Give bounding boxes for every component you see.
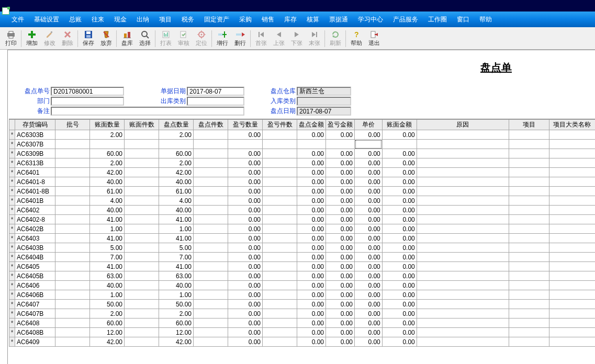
cell-chk_qty[interactable]: 60.00 <box>159 149 194 158</box>
menu-item-10[interactable]: 销售 <box>257 13 278 26</box>
cell-pl_amt[interactable]: 0.00 <box>326 290 355 300</box>
cell-chk_pcs[interactable] <box>194 290 228 300</box>
cell-price[interactable]: 0.00 <box>355 215 383 224</box>
menu-item-3[interactable]: 往来 <box>87 13 108 26</box>
cell-pl_qty[interactable]: 0.00 <box>228 243 263 253</box>
cell-pl_amt_in[interactable]: 0.00 <box>297 187 326 196</box>
cell-pl_pcs[interactable] <box>263 328 297 337</box>
cell-pl_amt[interactable]: 0.00 <box>326 234 355 243</box>
cell-chk_pcs[interactable] <box>194 158 228 168</box>
cell-pclass[interactable] <box>549 187 595 196</box>
table-row[interactable]: *AC6313B2.002.000.000.000.000.000.00 <box>9 158 596 168</box>
cell-pl_qty[interactable] <box>228 140 263 149</box>
cell-batch[interactable] <box>55 281 90 290</box>
input-doc-no[interactable] <box>51 87 124 96</box>
cell-batch[interactable] <box>55 318 90 328</box>
cell-project[interactable] <box>509 318 549 328</box>
cell-book_amt[interactable]: 0.00 <box>382 253 417 262</box>
cell-chk_qty[interactable]: 40.00 <box>159 177 194 187</box>
cell-pl_amt[interactable]: 0.00 <box>326 262 355 271</box>
tool-delrow[interactable]: 删行 <box>231 29 249 48</box>
cell-book_amt[interactable]: 0.00 <box>382 224 417 234</box>
cell-book_qty[interactable]: 60.00 <box>90 149 125 158</box>
cell-book_amt[interactable]: 0.00 <box>382 309 417 318</box>
cell-batch[interactable] <box>55 262 90 271</box>
cell-row[interactable]: * <box>9 158 15 168</box>
cell-batch[interactable] <box>55 140 90 149</box>
menu-item-1[interactable]: 基础设置 <box>30 13 63 26</box>
menu-item-9[interactable]: 采购 <box>235 13 256 26</box>
cell-pl_amt_in[interactable]: 0.00 <box>297 149 326 158</box>
cell-price[interactable]: 0.00 <box>355 253 383 262</box>
col-header-book_pcs[interactable]: 账面件数 <box>125 120 159 130</box>
menu-item-13[interactable]: 票据通 <box>325 13 352 26</box>
cell-code[interactable]: AC6402-8 <box>15 215 55 224</box>
cell-chk_qty[interactable]: 12.00 <box>159 328 194 337</box>
cell-book_qty[interactable]: 4.00 <box>90 196 125 206</box>
table-row[interactable]: *AC6402B1.001.000.000.000.000.000.00 <box>9 224 596 234</box>
table-row[interactable]: *AC6401-8B61.0061.000.000.000.000.000.00 <box>9 187 596 196</box>
cell-pl_qty[interactable]: 0.00 <box>228 215 263 224</box>
col-header-pl_pcs[interactable]: 盈亏件数 <box>263 120 297 130</box>
cell-book_qty[interactable] <box>90 140 125 149</box>
cell-chk_pcs[interactable] <box>194 318 228 328</box>
table-row[interactable]: *AC6309B60.0060.000.000.000.000.000.00 <box>9 149 596 158</box>
table-row[interactable]: *AC6303B2.002.000.000.000.000.000.00 <box>9 130 596 140</box>
tool-print[interactable]: 打印 <box>2 29 20 48</box>
cell-book_qty[interactable]: 2.00 <box>90 309 125 318</box>
table-row[interactable]: *AC640341.0041.000.000.000.000.000.00 <box>9 234 596 243</box>
cell-pl_pcs[interactable] <box>263 168 297 177</box>
cell-book_amt[interactable]: 0.00 <box>382 149 417 158</box>
cell-row[interactable]: * <box>9 253 15 262</box>
cell-pl_pcs[interactable] <box>263 290 297 300</box>
cell-pl_amt_in[interactable]: 0.00 <box>297 271 326 281</box>
cell-pl_pcs[interactable] <box>263 271 297 281</box>
cell-pclass[interactable] <box>549 177 595 187</box>
cell-pl_qty[interactable]: 0.00 <box>228 206 263 215</box>
cell-chk_pcs[interactable] <box>194 337 228 347</box>
cell-price[interactable]: 0.00 <box>355 243 383 253</box>
cell-price[interactable]: 0.00 <box>355 149 383 158</box>
cell-batch[interactable] <box>55 149 90 158</box>
cell-book_amt[interactable]: 0.00 <box>382 177 417 187</box>
cell-pl_amt[interactable]: 0.00 <box>326 224 355 234</box>
cell-pclass[interactable] <box>549 318 595 328</box>
cell-pl_pcs[interactable] <box>263 318 297 328</box>
cell-reason[interactable] <box>417 253 509 262</box>
cell-chk_qty[interactable]: 5.00 <box>159 243 194 253</box>
cell-batch[interactable] <box>55 309 90 318</box>
cell-pl_amt[interactable]: 0.00 <box>326 215 355 224</box>
cell-book_qty[interactable]: 42.00 <box>90 168 125 177</box>
cell-book_amt[interactable]: 0.00 <box>382 158 417 168</box>
cell-pclass[interactable] <box>549 130 595 140</box>
table-row[interactable]: *AC6407B2.002.000.000.000.000.000.00 <box>9 309 596 318</box>
menu-item-5[interactable]: 出纳 <box>132 13 153 26</box>
cell-pl_amt_in[interactable]: 0.00 <box>297 130 326 140</box>
cell-chk_pcs[interactable] <box>194 206 228 215</box>
table-row[interactable]: *AC640142.0042.000.000.000.000.000.00 <box>9 168 596 177</box>
cell-pl_qty[interactable]: 0.00 <box>228 271 263 281</box>
table-row[interactable]: *AC6402-841.0041.000.000.000.000.000.00 <box>9 215 596 224</box>
cell-chk_pcs[interactable] <box>194 309 228 318</box>
cell-book_pcs[interactable] <box>125 253 159 262</box>
cell-reason[interactable] <box>417 187 509 196</box>
cell-code[interactable]: AC6403 <box>15 234 55 243</box>
cell-pl_amt_in[interactable]: 0.00 <box>297 290 326 300</box>
cell-pl_amt_in[interactable]: 0.00 <box>297 158 326 168</box>
cell-chk_pcs[interactable] <box>194 281 228 290</box>
cell-chk_pcs[interactable] <box>194 243 228 253</box>
cell-chk_pcs[interactable] <box>194 196 228 206</box>
cell-reason[interactable] <box>417 271 509 281</box>
cell-code[interactable]: AC6407B <box>15 309 55 318</box>
cell-pl_pcs[interactable] <box>263 300 297 309</box>
cell-project[interactable] <box>509 271 549 281</box>
cell-price[interactable]: 0.00 <box>355 290 383 300</box>
cell-pclass[interactable] <box>549 234 595 243</box>
table-row[interactable]: *AC6406B1.001.000.000.000.000.000.00 <box>9 290 596 300</box>
cell-book_pcs[interactable] <box>125 300 159 309</box>
cell-pl_qty[interactable]: 0.00 <box>228 234 263 243</box>
cell-row[interactable]: * <box>9 215 15 224</box>
cell-chk_pcs[interactable] <box>194 328 228 337</box>
cell-batch[interactable] <box>55 130 90 140</box>
tool-stock[interactable]: 盘库 <box>118 29 136 48</box>
